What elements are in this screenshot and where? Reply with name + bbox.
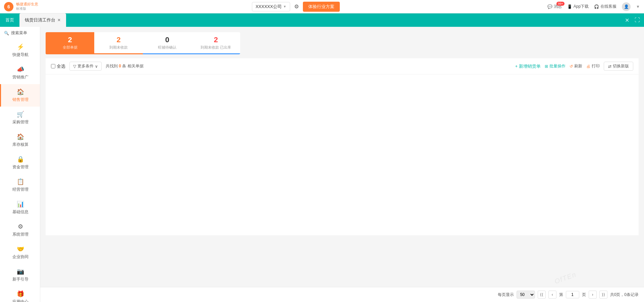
- sidebar-item-app-center[interactable]: 🎁 应用中心: [0, 286, 40, 302]
- page-last-btn[interactable]: ⟩⟩: [599, 291, 607, 299]
- content-area: 全选 ▽ 更多条件 ∨ 共找到 0 条 相关单据 + 新增销货单 ⊞: [46, 58, 639, 235]
- sidebar-item-cooperation[interactable]: 🤝 企业协同: [0, 241, 40, 264]
- message-badge: 99+: [556, 2, 564, 6]
- online-service-item[interactable]: 🎧 在线客服: [594, 4, 616, 9]
- pagination-bar: 每页显示 50 100 200 ⟨⟨ ‹ 第 页 › ⟩⟩ 共0页，0条记录: [40, 287, 644, 302]
- filter-label: 更多条件: [77, 63, 94, 69]
- message-item[interactable]: 💬 消息 99+: [547, 4, 562, 9]
- logo-sub: 标准版: [16, 6, 38, 11]
- print-btn[interactable]: 🖨 打印: [586, 63, 600, 69]
- avatar[interactable]: 👤: [622, 2, 631, 11]
- finance-icon: 🔒: [17, 156, 24, 163]
- page-next-btn[interactable]: ›: [589, 291, 597, 299]
- sidebar-item-base-info[interactable]: 📊 基础信息: [0, 196, 40, 219]
- select-all-label[interactable]: 全选: [51, 63, 65, 69]
- operations-icon: 📋: [17, 178, 24, 185]
- app-download-label: App下载: [574, 4, 589, 9]
- user-chevron-icon: ▼: [636, 4, 640, 9]
- batch-icon: ⊞: [545, 64, 548, 69]
- refresh-icon: ↺: [570, 64, 573, 69]
- sidebar-label-purchase: 采购管理: [12, 119, 29, 125]
- sales-icon: 🏠: [17, 88, 24, 96]
- logo-area: 6 畅捷通好生意 标准版: [4, 2, 44, 11]
- sidebar-item-sales[interactable]: 🏠 销售管理: [0, 84, 40, 107]
- stats-all-num: 2: [51, 36, 89, 44]
- page-unit: 页: [582, 292, 586, 298]
- inventory-icon: 🏠: [17, 133, 24, 140]
- quick-nav-icon: ⚡: [17, 43, 24, 51]
- switch-icon: ⇄: [608, 64, 611, 69]
- sidebar-item-guide[interactable]: 📷 新手引导: [0, 264, 40, 286]
- logo-icon: 6: [4, 2, 13, 11]
- sidebar-label-guide: 新手引导: [12, 277, 29, 282]
- tab-work-station[interactable]: 钱货日清工作台 ✕: [19, 13, 66, 27]
- base-info-icon: 📊: [17, 200, 24, 208]
- toolbar-left: 全选 ▽ 更多条件 ∨ 共找到 0 条 相关单据: [51, 62, 511, 71]
- stats-tab-all[interactable]: 2 全部单据: [46, 32, 94, 54]
- found-prefix: 共找到: [106, 64, 118, 68]
- search-menu-item[interactable]: 🔍 搜索菜单: [0, 27, 40, 39]
- main-content: 2 全部单据 2 到期未收款 0 旺辅待确认 2 到期未收款 已出库 全选: [40, 27, 644, 302]
- batch-btn[interactable]: ⊞ 批量操作: [545, 63, 566, 69]
- tab-close-icon[interactable]: ✕: [57, 18, 61, 22]
- sidebar-item-marketing[interactable]: 📣 营销推广: [0, 62, 40, 84]
- found-text: 共找到 0 条 相关单据: [106, 63, 144, 69]
- guide-icon: 📷: [17, 268, 24, 275]
- sidebar-item-finance[interactable]: 🔒 资金管理: [0, 152, 40, 174]
- experience-btn[interactable]: 体验行业方案: [303, 2, 340, 12]
- stats-overdue-num: 2: [100, 36, 138, 44]
- stats-tab-pending[interactable]: 0 旺辅待确认: [143, 32, 192, 54]
- page-prev-btn[interactable]: ‹: [548, 291, 556, 299]
- sidebar-label-sales: 销售管理: [12, 97, 29, 103]
- tab-maximize-icon[interactable]: ⛶: [633, 16, 641, 24]
- found-count: 0: [119, 64, 121, 68]
- refresh-label: 刷新: [574, 63, 582, 69]
- settings-icon[interactable]: ⚙: [294, 3, 299, 10]
- sidebar-item-operations[interactable]: 📋 经营管理: [0, 174, 40, 196]
- sidebar-label-app-center: 应用中心: [12, 299, 29, 302]
- chevron-down-icon: ▼: [283, 5, 286, 8]
- sidebar-item-quick-nav[interactable]: ⚡ 快捷导航: [0, 39, 40, 62]
- new-sale-btn[interactable]: + 新增销货单: [515, 63, 541, 69]
- page-first-btn[interactable]: ⟨⟨: [538, 291, 546, 299]
- search-icon: 🔍: [4, 31, 9, 36]
- stats-tab-unshipped[interactable]: 2 到期未收款 已出库: [192, 32, 240, 54]
- page-input[interactable]: [566, 291, 579, 298]
- sidebar-label-marketing: 营销推广: [12, 74, 29, 80]
- page-size-select[interactable]: 50 100 200: [517, 291, 535, 299]
- page-label: 第: [559, 292, 563, 298]
- company-selector[interactable]: XXXXXX公司 ▼: [252, 2, 290, 11]
- print-icon: 🖨: [586, 64, 590, 69]
- toolbar: 全选 ▽ 更多条件 ∨ 共找到 0 条 相关单据 + 新增销货单 ⊞: [46, 58, 639, 74]
- sidebar-item-purchase[interactable]: 🛒 采购管理: [0, 107, 40, 129]
- filter-btn[interactable]: ▽ 更多条件 ∨: [69, 62, 102, 71]
- switch-label: 切换新版: [613, 63, 629, 69]
- purchase-icon: 🛒: [17, 111, 24, 118]
- search-menu-label: 搜索菜单: [11, 30, 27, 36]
- page-size-label: 每页显示: [498, 292, 514, 298]
- found-unit: 条: [122, 64, 126, 68]
- tab-home[interactable]: 首页: [0, 13, 19, 27]
- print-label: 打印: [592, 63, 600, 69]
- sidebar-item-inventory[interactable]: 🏠 库存核算: [0, 129, 40, 152]
- marketing-icon: 📣: [17, 66, 24, 73]
- filter-icon: ▽: [73, 64, 76, 69]
- total-info: 共0页，0条记录: [610, 292, 639, 298]
- tab-bar: 首页 钱货日清工作台 ✕ ✕ ⛶: [0, 13, 644, 27]
- company-name: XXXXXX公司: [256, 4, 282, 10]
- app-download-item[interactable]: 📱 App下载: [567, 4, 589, 9]
- stats-unshipped-num: 2: [197, 36, 235, 44]
- tab-minimize-icon[interactable]: ✕: [624, 16, 631, 25]
- switch-version-btn[interactable]: ⇄ 切换新版: [604, 62, 633, 71]
- table-body: [46, 74, 639, 235]
- related-label: 相关单据: [127, 64, 144, 68]
- user-dropdown[interactable]: ▼: [636, 4, 640, 9]
- online-service-label: 在线客服: [600, 4, 616, 9]
- message-icon: 💬: [547, 4, 552, 9]
- sidebar-item-system[interactable]: ⚙ 系统管理: [0, 219, 40, 241]
- select-all-checkbox[interactable]: [51, 64, 55, 68]
- refresh-btn[interactable]: ↺ 刷新: [570, 63, 582, 69]
- service-icon: 🎧: [594, 4, 599, 9]
- select-all-text: 全选: [57, 63, 65, 69]
- stats-tab-overdue[interactable]: 2 到期未收款: [94, 32, 143, 54]
